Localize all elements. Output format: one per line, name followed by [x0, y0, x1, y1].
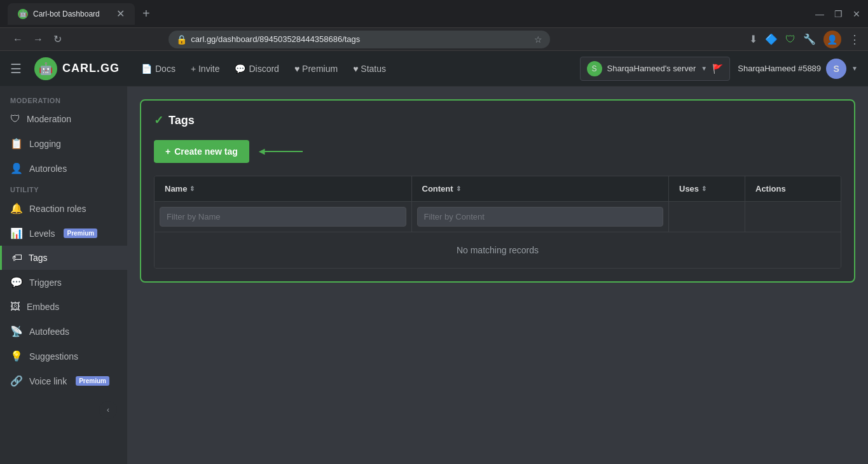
sidebar-item-label: Logging — [29, 139, 61, 149]
sidebar-item-logging[interactable]: 📋 Logging — [0, 131, 127, 156]
user-profile-icon[interactable]: 👤 — [823, 31, 841, 48]
avatar[interactable]: S — [826, 59, 846, 79]
shield-icon: 🛡 — [10, 113, 20, 125]
filter-name-cell — [155, 202, 412, 232]
column-uses[interactable]: Uses ⇕ — [669, 176, 745, 201]
status-link[interactable]: ♥ Status — [347, 60, 392, 78]
discord-label: Discord — [249, 64, 279, 74]
levels-icon: 📊 — [10, 227, 23, 239]
sidebar-item-suggestions[interactable]: 💡 Suggestions — [0, 344, 127, 369]
column-actions: Actions — [745, 176, 841, 201]
premium-link[interactable]: ♥ Premium — [288, 60, 344, 78]
status-label: ♥ Status — [353, 64, 386, 74]
user-info: SharqaHameed #5889 S ▼ — [738, 59, 858, 79]
sidebar-item-autoroles[interactable]: 👤 Autoroles — [0, 156, 127, 181]
lock-icon: 🔒 — [176, 34, 187, 45]
sidebar-item-label: Autoroles — [29, 164, 67, 174]
premium-badge-voice: Premium — [76, 376, 109, 386]
sidebar-item-label: Reaction roles — [29, 204, 86, 214]
premium-badge: Premium — [64, 228, 97, 238]
sidebar-item-levels[interactable]: 📊 Levels Premium — [0, 221, 127, 246]
create-btn-label: Create new tag — [174, 146, 238, 157]
empty-message: No matching records — [457, 245, 539, 255]
collapse-icon: ‹ — [107, 405, 109, 414]
discord-link[interactable]: 💬 Discord — [228, 60, 285, 78]
hamburger-menu[interactable]: ☰ — [10, 61, 22, 76]
server-name: SharqaHameed's server — [607, 64, 696, 73]
browser-nav-controls: ← → ↻ — [13, 33, 62, 45]
address-bar[interactable]: 🔒 carl.gg/dashboard/894503528444358686/t… — [169, 31, 550, 48]
refresh-button[interactable]: ↻ — [53, 33, 62, 45]
browser-extension-icons: ⬇ 🔷 🛡 🔧 👤 ⋮ — [749, 31, 860, 48]
sidebar-item-label: Moderation — [27, 114, 71, 124]
reaction-roles-icon: 🔔 — [10, 202, 23, 214]
sidebar-item-autofeeds[interactable]: 📡 Autofeeds — [0, 319, 127, 344]
close-button[interactable]: ✕ — [853, 9, 860, 19]
tab-close-icon[interactable]: ✕ — [116, 8, 125, 20]
autofeeds-icon: 📡 — [10, 325, 23, 337]
arrow-indicator: ◄ — [257, 146, 303, 157]
tags-card: ✓ Tags + Create new tag ◄ Name ⇕ — [140, 99, 855, 283]
sidebar-section-moderation: MODERATION — [0, 92, 127, 107]
voice-link-icon: 🔗 — [10, 375, 23, 387]
sidebar-item-label: Suggestions — [29, 351, 78, 362]
server-selector[interactable]: S SharqaHameed's server ▼ 🚩 — [580, 57, 731, 81]
filter-content-cell — [412, 202, 670, 232]
docs-label: Docs — [155, 64, 176, 74]
column-content[interactable]: Content ⇕ — [412, 176, 670, 201]
logo-icon: 🤖 — [34, 57, 57, 80]
sidebar-collapse-button[interactable]: ‹ — [99, 401, 117, 419]
sidebar-item-label: Tags — [29, 253, 48, 263]
sidebar-item-label: Levels — [29, 228, 55, 239]
new-tab-button[interactable]: + — [142, 6, 150, 21]
logo: 🤖 CARL.GG — [34, 57, 120, 80]
ext-icon-2: 🔷 — [765, 33, 778, 45]
create-new-tag-button[interactable]: + Create new tag — [154, 140, 249, 163]
user-name: SharqaHameed #5889 — [738, 64, 821, 73]
back-button[interactable]: ← — [13, 34, 23, 45]
sidebar: MODERATION 🛡 Moderation 📋 Logging 👤 Auto… — [0, 87, 127, 464]
col-content-label: Content — [422, 184, 453, 193]
bookmark-icon[interactable]: ☆ — [534, 34, 542, 45]
create-plus-icon: + — [165, 146, 170, 157]
sidebar-item-tags[interactable]: 🏷 Tags — [0, 246, 127, 270]
col-name-label: Name — [165, 184, 187, 193]
minimize-button[interactable]: — — [815, 9, 824, 19]
tab-title: Carl-bot Dashboard — [33, 10, 100, 18]
browser-tab[interactable]: 🤖 Carl-bot Dashboard ✕ — [8, 3, 135, 25]
topnav: ☰ 🤖 CARL.GG 📄 Docs + Invite 💬 Discord ♥ … — [0, 51, 868, 87]
sort-name-icon: ⇕ — [189, 185, 195, 192]
url-display: carl.gg/dashboard/894503528444358686/tag… — [191, 34, 360, 44]
ext-icon-1: ⬇ — [749, 33, 757, 45]
menu-icon[interactable]: ⋮ — [849, 32, 860, 46]
server-chevron-icon: ▼ — [701, 65, 707, 72]
sidebar-item-moderation[interactable]: 🛡 Moderation — [0, 107, 127, 131]
invite-label: + Invite — [191, 64, 220, 74]
arrow-shaft — [265, 151, 303, 152]
main-content: ✓ Tags + Create new tag ◄ Name ⇕ — [127, 87, 868, 464]
sidebar-item-label: Triggers — [29, 278, 62, 288]
sidebar-item-voice-link[interactable]: 🔗 Voice link Premium — [0, 369, 127, 393]
tags-icon: 🏷 — [12, 252, 22, 264]
invite-link[interactable]: + Invite — [184, 60, 226, 78]
sidebar-item-triggers[interactable]: 💬 Triggers — [0, 270, 127, 295]
sidebar-item-label: Voice link — [29, 376, 67, 386]
forward-button[interactable]: → — [33, 34, 43, 45]
docs-link[interactable]: 📄 Docs — [135, 60, 182, 78]
user-chevron-icon: ▼ — [851, 65, 858, 72]
check-icon: ✓ — [154, 113, 163, 127]
ext-icon-4: 🔧 — [803, 33, 816, 45]
sidebar-section-utility: UTILITY — [0, 181, 127, 196]
server-flag-icon: 🚩 — [712, 64, 723, 74]
ext-icon-3: 🛡 — [785, 34, 796, 45]
column-name[interactable]: Name ⇕ — [155, 176, 412, 201]
sidebar-item-embeds[interactable]: 🖼 Embeds — [0, 295, 127, 319]
sidebar-item-reaction-roles[interactable]: 🔔 Reaction roles — [0, 196, 127, 221]
embeds-icon: 🖼 — [10, 301, 20, 313]
filter-content-input[interactable] — [417, 207, 664, 227]
table-header: Name ⇕ Content ⇕ Uses ⇕ Actions — [155, 176, 841, 201]
topnav-right: S SharqaHameed's server ▼ 🚩 SharqaHameed… — [580, 57, 858, 81]
sidebar-item-label: Embeds — [27, 302, 59, 312]
maximize-button[interactable]: ❐ — [834, 9, 843, 19]
filter-name-input[interactable] — [160, 207, 406, 227]
